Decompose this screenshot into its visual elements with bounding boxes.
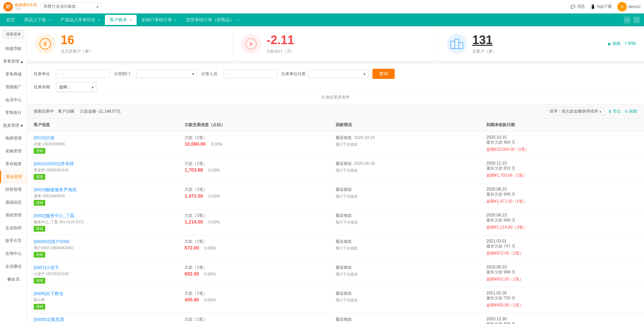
overdue-amount-000002[interactable]: 超期¥672.00（1笔） — [486, 251, 637, 256]
sidebar-item-marketing[interactable]: 营销推广 — [0, 81, 27, 94]
customer-name-link-000001[interactable]: [000001]黄思源 — [34, 317, 64, 322]
debt-count-0006: 欠款（1笔） — [185, 291, 335, 296]
company-select[interactable]: 母婴行业演示账套 — [40, 2, 101, 11]
tab-product-history-close[interactable]: × — [98, 18, 100, 22]
sidebar-item-ops[interactable]: 经营管理 — [0, 183, 27, 196]
sidebar-item-retail-store[interactable]: 零售商城 — [0, 68, 27, 81]
user-menu[interactable]: d demo2 — [617, 2, 641, 11]
customer-name-link-0001[interactable]: [0001020001]李老师 — [34, 161, 74, 166]
sidebar-item-quicknav[interactable]: 快捷导航 — [0, 42, 27, 55]
help-btn[interactable]: ? 帮助 — [624, 41, 636, 47]
sidebar-item-member[interactable]: 会员中心 — [0, 94, 27, 107]
results-actions: 排序：按欠款金额倒序排序 ⬆ 导出 ↻ 刷新 — [547, 107, 637, 116]
tab-home[interactable]: 首页 — [1, 15, 20, 25]
filter-dept-select[interactable] — [136, 69, 197, 78]
customer-name-link-0007[interactable]: [0007]小进干 — [34, 265, 59, 270]
message-btn[interactable]: 💬 消息 — [570, 4, 585, 9]
overdue-amount-0006[interactable]: 超期¥455.90（1笔） — [486, 302, 637, 308]
search-btn[interactable]: 查询 — [372, 69, 395, 79]
overdue-amount-0003[interactable]: 超期¥1,471.00（1笔） — [486, 199, 637, 204]
stat-icon-debtors: ¥ — [35, 34, 55, 54]
filter-balance-select[interactable]: 选择... — [56, 82, 96, 92]
customer-name-link-0003[interactable]: [0003]畅捷服务尹海燕 — [34, 187, 77, 192]
filter-unit-cat: 往来单位分类 — [281, 69, 368, 78]
last-payment-date-0001: 2020-06-30 — [354, 161, 375, 166]
customer-name-link-0006[interactable]: [0006]去下粮仓 — [34, 291, 63, 296]
debt-amount-0003: 1,471.00 — [185, 193, 203, 199]
customer-name-link-0002[interactable]: [0002]服务中心_丁磊 — [34, 213, 75, 218]
sidebar-item-purchase[interactable]: 采购管理 — [0, 145, 27, 158]
recovery-info-000002: 最近收款 预计下次收款 — [336, 239, 486, 251]
app-label: App下载 — [597, 4, 612, 9]
view-video-btn[interactable]: ▶ 视频 — [608, 41, 620, 47]
customer-detail-0007: 小进干 18279152100 — [34, 271, 185, 276]
tab-home-label: 首页 — [6, 17, 15, 23]
sidebar-item-ecommerce[interactable]: 电商管理 — [0, 132, 27, 145]
due-info-000001: 2020.12.30 最长欠款 808 天 超期¥429.00（1笔） — [486, 317, 637, 324]
customer-tag-000002: 现销 — [34, 252, 45, 258]
top-bar-right: 💬 消息 📱 App下载 d demo2 — [570, 2, 641, 11]
debt-count-0002: 欠款（3笔） — [185, 213, 335, 218]
filter-balance-label: 往来余额 — [34, 84, 54, 90]
tab-customer-account-close[interactable]: × — [130, 18, 132, 22]
tab-product-history[interactable]: 产成品入库单历史 × — [56, 15, 105, 25]
overdue-amount-0001[interactable]: 超期¥1,703.68（1笔） — [486, 173, 637, 178]
next-payment-000002: 预计下次收款 — [336, 246, 486, 251]
sort-select[interactable]: 排序：按欠款金额倒序排序 — [547, 107, 604, 116]
tab-customer-account[interactable]: 客户账本 × — [105, 15, 137, 25]
filter-person-input[interactable]: ... — [223, 69, 277, 78]
results-summary: 搜索结果中，客户16家 欠款金额 -21,148.07元 — [34, 109, 121, 114]
due-date-0002: 2020.06.23 — [486, 213, 637, 217]
sidebar-item-inventory[interactable]: 库存核算 — [0, 158, 27, 171]
debt-ratio-000002: 0.00% — [204, 246, 216, 251]
filter-unit-cat-select[interactable] — [308, 69, 368, 78]
sidebar-member-vip-label: 畅会员 — [7, 277, 20, 282]
svg-rect-6 — [459, 42, 463, 49]
refresh-btn[interactable]: ↻ 刷新 — [625, 109, 637, 114]
sidebar-item-corp-collab[interactable]: 企业协同 — [0, 222, 27, 235]
debt-info-000002: 欠款（1笔） 672.00 0.00% — [185, 239, 335, 251]
sidebar-item-retail-mgmt[interactable]: 零售管理 ▲ — [0, 55, 27, 68]
customer-name-link-0016[interactable]: [0016]吕俊 — [34, 135, 55, 140]
col-header-recovery: 回款情况 — [336, 122, 486, 128]
sidebar-item-retail-stats[interactable]: 零售统计 — [0, 107, 27, 119]
overdue-amount-0002[interactable]: 超期¥1,214.00（3笔） — [486, 225, 637, 230]
filter-more-btn[interactable]: ⋀ 收起更多条件 — [34, 92, 637, 102]
sidebar-system-label: 系统管理 — [5, 213, 22, 217]
sidebar-search-btn[interactable]: 搜索菜单 — [3, 30, 24, 39]
overdue-amount-0016[interactable]: 超期¥10,000.00（1笔） — [486, 147, 637, 152]
tab-purchase-summary-close[interactable]: × — [175, 18, 177, 22]
tab-product-online[interactable]: 商品上下架 × — [20, 15, 56, 25]
sidebar-item-member-vip[interactable]: 畅会员 — [0, 273, 27, 286]
table-row: [0001020001]李老师 李老师 18600391516 现销 欠款（1笔… — [27, 157, 644, 183]
customer-detail-0002: 服务中心_丁磊 181 0125 8371 — [34, 219, 185, 225]
tab-expand-btn[interactable]: — — [624, 17, 631, 23]
avatar: d — [617, 2, 627, 11]
due-info-0016: 2020.10.15 最长欠款 884 天 超期¥10,000.00（1笔） — [486, 135, 637, 152]
tab-product-online-close[interactable]: × — [49, 18, 51, 22]
tab-product-online-label: 商品上下架 — [24, 17, 46, 23]
tab-purchase-summary[interactable]: 采购订单统计表 × — [137, 15, 181, 25]
last-payment-0003: 最近收款 — [336, 187, 486, 193]
due-info-0007: 2020.06.23 最长欠款 998 天 超期¥652.00（1笔） — [486, 265, 637, 282]
recovery-info-0007: 最近收款 预计下次收款 — [336, 265, 486, 277]
tab-import-summary-close[interactable]: × — [237, 18, 239, 22]
sidebar-basic-label: 基础信息 — [5, 200, 22, 205]
sidebar-item-basic[interactable]: 基础信息 — [0, 196, 27, 209]
sidebar-item-system[interactable]: 系统管理 — [0, 209, 27, 222]
customer-name-link-000002[interactable]: [000002]用户2050 — [34, 239, 69, 244]
tab-fullscreen-btn[interactable]: ⛶ — [633, 17, 640, 23]
filter-area: 往来单位 ... 分管部门 分管人员 ... — [27, 64, 644, 105]
app-download-btn[interactable]: 📱 App下载 — [590, 4, 612, 9]
sidebar-corp-collab-label: 企业协同 — [5, 226, 22, 230]
sidebar-item-corp-wechat[interactable]: 企业微信 — [0, 260, 27, 273]
filter-unit-input[interactable]: ... — [56, 69, 110, 78]
tab-import-summary[interactable]: 进货单统计表（按商品） × — [181, 15, 244, 25]
overdue-amount-0007[interactable]: 超期¥652.00（1笔） — [486, 276, 637, 282]
sidebar-item-finance[interactable]: 资金管理 — [0, 171, 27, 183]
export-btn[interactable]: ⬆ 导出 — [608, 109, 621, 114]
sidebar-item-new-guide[interactable]: 新手引导 — [0, 235, 27, 247]
sidebar-item-batch-mgmt[interactable]: 批发管理 ▼ — [0, 119, 27, 132]
sidebar-purchase-label: 采购管理 — [5, 149, 22, 153]
sidebar-item-app-center[interactable]: 应用中心 — [0, 247, 27, 260]
